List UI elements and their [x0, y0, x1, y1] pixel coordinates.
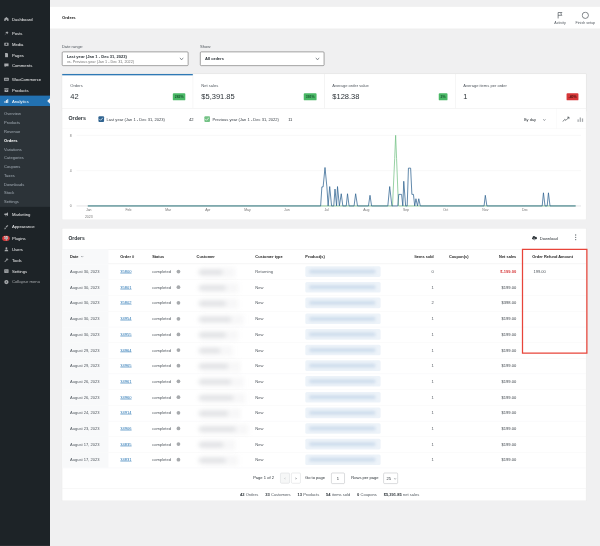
svg-text:4: 4 [70, 169, 72, 173]
svg-text:0: 0 [70, 204, 72, 208]
svg-text:8: 8 [70, 134, 72, 138]
svg-text:Apr: Apr [205, 208, 211, 212]
svg-text:Mar: Mar [165, 208, 172, 212]
svg-text:Aug: Aug [363, 208, 369, 212]
svg-text:Nov: Nov [482, 208, 488, 212]
svg-text:Dec: Dec [522, 208, 528, 212]
svg-text:2023: 2023 [85, 215, 93, 219]
svg-text:Jun: Jun [284, 208, 290, 212]
svg-text:Oct: Oct [443, 208, 448, 212]
svg-text:Feb: Feb [125, 208, 131, 212]
svg-text:May: May [244, 208, 251, 212]
svg-text:Sep: Sep [403, 208, 409, 212]
svg-text:Jul: Jul [324, 208, 329, 212]
svg-text:Jan: Jan [86, 208, 92, 212]
